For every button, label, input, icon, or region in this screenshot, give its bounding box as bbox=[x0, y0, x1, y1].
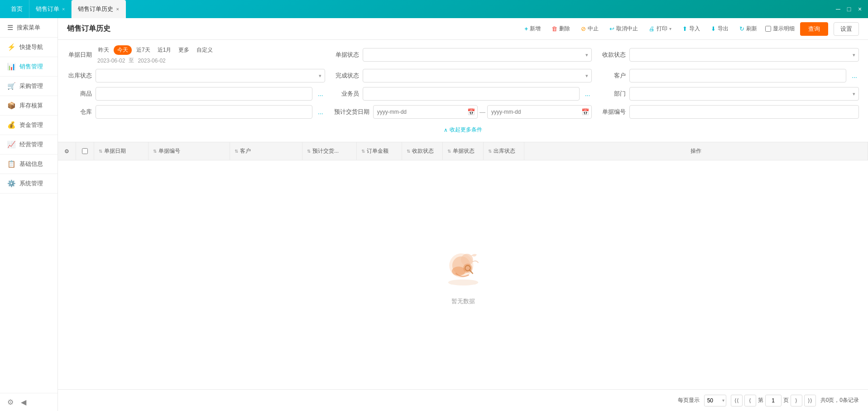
shortcut-1month[interactable]: 近1月 bbox=[155, 45, 174, 55]
page-input[interactable] bbox=[765, 395, 782, 406]
refresh-button[interactable]: ↻ 刷新 bbox=[737, 23, 760, 34]
th-amount-label: 订单金额 bbox=[367, 147, 388, 155]
display-toggle[interactable]: 显示明细 bbox=[765, 25, 795, 33]
tab-sales-history-label: 销售订单历史 bbox=[78, 5, 113, 13]
sidebar-item-basic-info[interactable]: 📋 基础信息 bbox=[0, 155, 58, 174]
shortcut-more[interactable]: 更多 bbox=[176, 45, 192, 55]
quick-nav-icon: ⚡ bbox=[7, 43, 16, 51]
filter-warehouse-status: 出库状态 ▾ bbox=[67, 69, 325, 82]
salesperson-input[interactable] bbox=[363, 87, 580, 101]
filter-delivery-date: 预计交货日期 📅 — 📅 bbox=[334, 105, 592, 119]
warehouse-input[interactable] bbox=[96, 105, 312, 119]
salesperson-label: 业务员 bbox=[334, 90, 359, 98]
import-icon: ⬆ bbox=[682, 25, 687, 32]
goods-ellipsis-btn[interactable]: ... bbox=[316, 90, 325, 97]
warehouse-status-select[interactable] bbox=[96, 69, 325, 82]
settings-button[interactable]: 设置 bbox=[834, 22, 859, 36]
window-max-btn[interactable]: □ bbox=[845, 5, 853, 13]
collapse-icon: ∧ bbox=[444, 127, 448, 133]
completion-status-label: 完成状态 bbox=[334, 72, 359, 80]
select-all-checkbox[interactable] bbox=[82, 148, 88, 154]
page-header: 销售订单历史 + 新增 🗑 删除 ⊘ 中止 ↩ 取消中止 bbox=[58, 18, 868, 40]
collapse-toggle[interactable]: ∧ 收起更多条件 bbox=[67, 123, 859, 136]
th-number-label: 单据编号 bbox=[158, 147, 180, 155]
sidebar-item-search-menu[interactable]: ☰ 搜索菜单 bbox=[0, 18, 58, 38]
next-page-btn[interactable]: ⟩ bbox=[791, 395, 802, 406]
department-select[interactable] bbox=[629, 87, 859, 101]
sidebar-item-sales-mgmt[interactable]: 📊 销售管理 bbox=[0, 57, 58, 77]
th-order-status[interactable]: ⇅ 单据状态 bbox=[443, 142, 484, 160]
stop-button[interactable]: ⊘ 中止 bbox=[578, 23, 601, 34]
filter-row-1: 单据日期 昨天 今天 近7天 近1月 更多 自定义 2023-06-02 至 bbox=[67, 45, 859, 64]
sidebar-bottom: ⚙ ◀ bbox=[0, 393, 58, 411]
th-number-sort-icon: ⇅ bbox=[153, 149, 157, 154]
sidebar-item-inventory-label: 库存核算 bbox=[19, 102, 43, 110]
inventory-icon: 📦 bbox=[7, 102, 16, 110]
th-checkbox[interactable] bbox=[76, 142, 94, 160]
search-menu-icon: ☰ bbox=[7, 24, 13, 32]
th-warehouse-status[interactable]: ⇅ 出库状态 bbox=[484, 142, 524, 160]
delivery-date-to-input[interactable] bbox=[487, 105, 592, 119]
delete-icon: 🗑 bbox=[551, 25, 557, 32]
window-close-btn[interactable]: × bbox=[856, 5, 863, 13]
tab-sales-order-close[interactable]: × bbox=[62, 6, 65, 12]
import-button[interactable]: ⬆ 导入 bbox=[680, 23, 703, 34]
sidebar-item-quick-nav[interactable]: ⚡ 快捷导航 bbox=[0, 38, 58, 57]
sidebar-item-operations[interactable]: 📈 经营管理 bbox=[0, 135, 58, 155]
per-page-select[interactable]: 20 50 100 bbox=[704, 395, 726, 406]
th-date-label: 单据日期 bbox=[104, 147, 126, 155]
cancel-stop-button[interactable]: ↩ 取消中止 bbox=[607, 23, 641, 34]
new-button[interactable]: + 新增 bbox=[522, 23, 543, 34]
order-number-input[interactable] bbox=[629, 105, 859, 119]
tab-sales-order[interactable]: 销售订单 × bbox=[29, 0, 72, 18]
warehouse-ellipsis-btn[interactable]: ... bbox=[316, 108, 325, 116]
sidebar-item-purchase-mgmt[interactable]: 🛒 采购管理 bbox=[0, 77, 58, 96]
last-page-btn[interactable]: ⟩⟩ bbox=[804, 395, 816, 406]
first-page-btn[interactable]: ⟨⟨ bbox=[731, 395, 743, 406]
window-min-btn[interactable]: ─ bbox=[834, 5, 842, 13]
customer-input[interactable] bbox=[629, 69, 846, 82]
th-customer[interactable]: ⇅ 客户 bbox=[230, 142, 302, 160]
date-range-label: 单据日期 bbox=[67, 51, 92, 59]
print-button[interactable]: 🖨 打印 ▾ bbox=[646, 23, 674, 34]
date-range-sep: 至 bbox=[129, 57, 134, 64]
th-order-status-label: 单据状态 bbox=[453, 147, 475, 155]
print-label: 打印 bbox=[657, 25, 667, 33]
th-settings[interactable]: ⚙ bbox=[58, 142, 76, 160]
shortcut-today[interactable]: 今天 bbox=[114, 45, 132, 55]
delete-button[interactable]: 🗑 删除 bbox=[549, 23, 573, 34]
payment-status-select[interactable] bbox=[629, 48, 859, 62]
sidebar-collapse-btn[interactable]: ◀ bbox=[21, 398, 26, 406]
tab-home[interactable]: 首页 bbox=[5, 0, 29, 18]
th-delivery[interactable]: ⇅ 预计交货... bbox=[302, 142, 357, 160]
sidebar-settings-btn[interactable]: ⚙ bbox=[7, 398, 14, 406]
sidebar-item-inventory[interactable]: 📦 库存核算 bbox=[0, 96, 58, 116]
tab-sales-history[interactable]: 销售订单历史 × bbox=[72, 0, 125, 18]
sidebar-item-finance[interactable]: 💰 资金管理 bbox=[0, 116, 58, 135]
export-button[interactable]: ⬇ 导出 bbox=[708, 23, 731, 34]
customer-ellipsis-btn[interactable]: ... bbox=[850, 72, 859, 79]
shortcut-yesterday[interactable]: 昨天 bbox=[96, 45, 112, 55]
delivery-date-from-input[interactable] bbox=[373, 105, 478, 119]
th-amount[interactable]: ⇅ 订单金额 bbox=[357, 142, 402, 160]
th-payment-status[interactable]: ⇅ 收款状态 bbox=[402, 142, 443, 160]
shortcut-custom[interactable]: 自定义 bbox=[194, 45, 216, 55]
order-status-select[interactable] bbox=[363, 48, 592, 62]
filter-date-range: 单据日期 昨天 今天 近7天 近1月 更多 自定义 2023-06-02 至 bbox=[67, 45, 325, 64]
sidebar-item-system[interactable]: ⚙️ 系统管理 bbox=[0, 174, 58, 193]
completion-status-select[interactable] bbox=[363, 69, 592, 82]
table-settings-icon[interactable]: ⚙ bbox=[64, 148, 69, 155]
th-date[interactable]: ⇅ 单据日期 bbox=[94, 142, 149, 160]
shortcut-7days[interactable]: 近7天 bbox=[134, 45, 153, 55]
page-title: 销售订单历史 bbox=[67, 24, 110, 34]
salesperson-ellipsis-btn[interactable]: ... bbox=[583, 90, 592, 97]
prev-page-btn[interactable]: ⟨ bbox=[744, 395, 756, 406]
goods-input[interactable] bbox=[96, 87, 312, 101]
tab-sales-order-label: 销售订单 bbox=[36, 5, 59, 13]
query-button[interactable]: 查询 bbox=[800, 22, 828, 36]
th-number[interactable]: ⇅ 单据编号 bbox=[149, 142, 230, 160]
tab-sales-history-close[interactable]: × bbox=[116, 6, 119, 12]
display-toggle-checkbox[interactable] bbox=[765, 26, 771, 32]
import-label: 导入 bbox=[689, 25, 700, 33]
total-info: 共0页，0条记录 bbox=[820, 396, 859, 404]
